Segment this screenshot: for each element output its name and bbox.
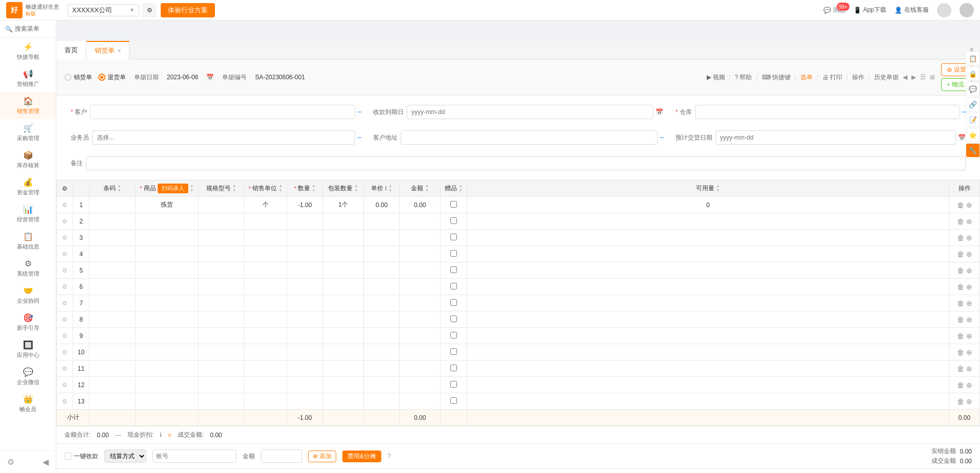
row-barcode[interactable] — [90, 279, 136, 295]
row-price[interactable] — [364, 361, 400, 377]
delete-row-icon[interactable]: 🗑 — [957, 201, 964, 209]
row-amount[interactable] — [400, 246, 441, 262]
sidebar-item-wechat[interactable]: 💬 企业微信 — [0, 363, 56, 390]
sidebar-search[interactable]: 🔍 搜索菜单 — [0, 20, 56, 38]
next-icon[interactable]: ▶ — [911, 74, 916, 81]
delete-row-icon[interactable]: 🗑 — [957, 332, 964, 340]
gift-checkbox[interactable] — [450, 299, 457, 306]
col-qty-header[interactable]: * 数量 ▲▼ — [287, 181, 323, 197]
prev-icon[interactable]: ◀ — [903, 74, 907, 81]
row-amount[interactable] — [400, 344, 441, 361]
row-price[interactable] — [364, 377, 400, 393]
row-unit[interactable] — [244, 246, 287, 262]
video-action[interactable]: ▶ 视频 — [707, 73, 725, 82]
row-unit[interactable] — [244, 328, 287, 344]
row-gift[interactable] — [441, 361, 467, 377]
row-qty[interactable] — [287, 361, 323, 377]
radio-sales-bill[interactable]: 销货单 — [64, 73, 92, 82]
payment-date-calendar-icon[interactable]: 📅 — [656, 108, 663, 116]
company-selector[interactable]: XXXXXX公司 ▼ — [68, 4, 139, 16]
row-qty[interactable] — [287, 311, 323, 328]
copy-row-icon[interactable]: ⊕ — [966, 365, 972, 373]
row-qty[interactable] — [287, 279, 323, 295]
row-amount[interactable] — [400, 328, 441, 344]
sidebar-item-guide[interactable]: 🎯 新手引导 — [0, 309, 56, 336]
row-qty[interactable] — [287, 377, 323, 393]
row-goods[interactable] — [136, 344, 199, 361]
notes-input[interactable] — [86, 156, 966, 170]
row-settings[interactable]: ⚙ — [57, 377, 73, 393]
right-tool-5[interactable]: 📝 — [966, 112, 980, 127]
row-barcode[interactable] — [90, 344, 136, 361]
row-pack[interactable] — [323, 213, 364, 230]
delete-row-icon[interactable]: 🗑 — [957, 397, 964, 406]
row-goods[interactable] — [136, 361, 199, 377]
sidebar-item-inventory[interactable]: 📦 库存核算 — [0, 146, 56, 173]
gift-checkbox[interactable] — [450, 283, 457, 289]
sidebar-item-system[interactable]: ⚙ 系统管理 — [0, 255, 56, 282]
row-goods[interactable] — [136, 377, 199, 393]
row-qty[interactable] — [287, 295, 323, 311]
delete-row-icon[interactable]: 🗑 — [957, 316, 964, 324]
row-barcode[interactable] — [90, 311, 136, 328]
copy-row-icon[interactable]: ⊕ — [966, 217, 972, 226]
row-price[interactable]: 0.00 — [364, 197, 400, 213]
help-action[interactable]: ? 帮助 — [735, 73, 752, 82]
sidebar-item-member[interactable]: 👑 畅会员 — [0, 390, 56, 417]
delete-row-icon[interactable]: 🗑 — [957, 283, 964, 291]
gift-checkbox[interactable] — [450, 316, 457, 322]
row-price[interactable] — [364, 262, 400, 279]
sidebar-item-purchase[interactable]: 🛒 采购管理 — [0, 119, 56, 146]
row-price[interactable] — [364, 344, 400, 361]
radio-return-bill[interactable]: 退货单 — [98, 73, 126, 82]
row-qty[interactable] — [287, 213, 323, 230]
row-pack[interactable] — [323, 230, 364, 246]
copy-row-icon[interactable]: ⊕ — [966, 250, 972, 258]
expense-split-button[interactable]: 费用&分摊 — [342, 451, 381, 462]
row-spec[interactable] — [198, 230, 244, 246]
message-button[interactable]: 💬 消息 99+ — [823, 6, 845, 14]
row-pack[interactable]: 1个 — [323, 197, 364, 213]
shortcut-action[interactable]: ⌨ 快捷键 — [762, 73, 791, 82]
row-amount[interactable]: 0.00 — [400, 197, 441, 213]
row-goods[interactable] — [136, 328, 199, 344]
app-download-button[interactable]: 📱 App下载 — [854, 6, 886, 14]
row-barcode[interactable] — [90, 230, 136, 246]
delete-row-icon[interactable]: 🗑 — [957, 365, 964, 373]
row-spec[interactable] — [198, 311, 244, 328]
row-pack[interactable] — [323, 344, 364, 361]
row-price[interactable] — [364, 230, 400, 246]
row-settings[interactable]: ⚙ — [57, 213, 73, 230]
gift-checkbox[interactable] — [450, 365, 457, 371]
row-barcode[interactable] — [90, 295, 136, 311]
row-unit[interactable] — [244, 262, 287, 279]
row-settings[interactable]: ⚙ — [57, 361, 73, 377]
gift-checkbox[interactable] — [450, 397, 457, 404]
row-goods[interactable] — [136, 213, 199, 230]
right-tool-4[interactable]: 🔗 — [966, 97, 980, 111]
operate-action[interactable]: 操作 — [852, 73, 864, 82]
col-unit-header[interactable]: * 销售单位 ▲▼ — [244, 181, 287, 197]
copy-row-icon[interactable]: ⊕ — [966, 397, 972, 406]
delete-row-icon[interactable]: 🗑 — [957, 250, 964, 258]
sidebar-item-business[interactable]: 📊 经营管理 — [0, 200, 56, 228]
row-spec[interactable] — [198, 328, 244, 344]
sidebar-item-marketing[interactable]: 📢 营销推广 — [0, 65, 56, 92]
row-unit[interactable] — [244, 279, 287, 295]
row-unit[interactable] — [244, 377, 287, 393]
delete-row-icon[interactable]: 🗑 — [957, 381, 964, 389]
delete-row-icon[interactable]: 🗑 — [957, 348, 964, 356]
row-goods[interactable]: 拣货 — [136, 197, 199, 213]
gift-checkbox[interactable] — [450, 266, 457, 273]
col-spec-header[interactable]: 规格型号 ▲▼ — [198, 181, 244, 197]
row-amount[interactable] — [400, 311, 441, 328]
date-value[interactable]: 2023-06-06 — [167, 74, 198, 81]
copy-row-icon[interactable]: ⊕ — [966, 283, 972, 291]
salesperson-dots-icon[interactable]: ··· — [357, 133, 361, 142]
copy-row-icon[interactable]: ⊕ — [966, 348, 972, 356]
row-spec[interactable] — [198, 377, 244, 393]
row-unit[interactable] — [244, 230, 287, 246]
add-payment-button[interactable]: ⊕ 添加 — [308, 451, 336, 462]
customer-input[interactable] — [90, 105, 355, 119]
row-settings[interactable]: ⚙ — [57, 311, 73, 328]
